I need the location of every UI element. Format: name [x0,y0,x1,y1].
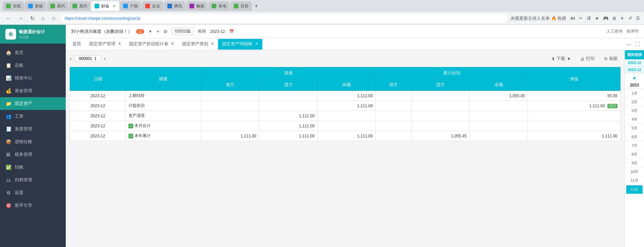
browser-tab-qiye[interactable]: 企业 [142,1,163,11]
row0-orig-debit [201,91,259,101]
tab-favicon-muqian [234,4,238,8]
refresh-label: 刷新 [609,56,618,62]
sidebar-item-report[interactable]: 📊 报表中心 [0,72,66,84]
company-dropdown[interactable]: ▼ [148,29,152,34]
tab-close-depreciation-stat[interactable]: ✕ [171,42,174,46]
sidebar-item-ledger[interactable]: 📋 总账 [0,59,66,72]
prev-record-button[interactable]: ‹ [70,56,71,62]
month-9-label: 9月 [632,161,637,165]
browser-tab-changjie[interactable]: 畅捷 [186,1,208,11]
refresh-icon: ↻ [604,56,608,61]
tab-fixed-asset-mgmt[interactable]: 固定资产管理 ✕ [85,39,125,50]
download-dropdown-icon: ▼ [567,56,571,61]
period-month-4[interactable]: 4月 [625,115,644,124]
tab-asset-detail-ledger[interactable]: 固定资产明细账 ✕ [218,39,262,50]
forward-button[interactable]: → [16,15,25,22]
browser-tab-new[interactable]: 新版 [25,1,46,11]
sidebar-item-home[interactable]: 🏠 首页 [0,46,66,59]
tab-label-new: 新版 [35,3,43,9]
tab-label-haohui: 好会 [101,3,109,9]
browser-tab-haohui[interactable]: 好会 ✕ [91,1,119,11]
sidebar-item-settings[interactable]: ⚙ 设置 [0,186,66,199]
period-month-3[interactable]: 3月 [625,107,644,115]
header-right: 人工咨询 徐译华 [606,28,639,34]
browser-tab-online[interactable]: 在线 [3,1,24,11]
period-up-button[interactable]: ▲ [625,73,644,81]
sidebar-logo: 会 畅捷通好会计 专业版 [0,25,66,44]
tab-home[interactable]: 首页 [68,39,85,50]
browser-tab-gedi[interactable]: 各地 [208,1,230,11]
game-icon: 🎮 [603,16,608,21]
period-month-12[interactable]: 12月 [626,185,643,194]
row4-orig-debit: 1,111.00 [201,131,259,141]
period-month-8[interactable]: 8月 [625,150,644,159]
version-switch-button[interactable]: 切到旧版 [172,27,194,35]
refresh-button[interactable]: ↻ 刷新 [601,54,621,63]
browser-tab-yidai2[interactable]: 易代 [69,1,91,11]
tab-close-fixed-asset-mgmt[interactable]: ✕ [118,42,121,46]
maximize-button[interactable]: ⛶ [634,41,641,48]
sidebar-item-payroll[interactable]: 👥 工资 [0,110,66,123]
bookmark-button[interactable]: ☆ [49,14,58,22]
period-month-2[interactable]: 2月 [625,98,644,107]
tab-favicon-new [28,4,33,8]
row2-date: 2023-12 [70,111,126,121]
period-selected-year[interactable]: 2023.12 [625,59,644,66]
col-header-summary: 摘要 [126,67,201,91]
sidebar-label-payroll: 工资 [15,113,23,119]
period-month-9[interactable]: 9月 [625,159,644,168]
tab-asset-category[interactable]: 固定资产类别 ✕ [178,39,218,50]
period-current-year[interactable]: 2023.12 [625,66,644,73]
tab-close-haohui[interactable]: ✕ [113,4,116,8]
minimize-button[interactable]: — [625,41,633,48]
download-button[interactable]: ⬇ 下载 ▼ [549,54,574,63]
sidebar-item-tax[interactable]: 🏛 税务管理 [0,148,66,161]
calendar-icon[interactable]: 📅 [229,29,234,34]
reload-button[interactable]: ↻ [28,14,37,22]
period-month-1[interactable]: 1月 [625,89,644,98]
home-button[interactable]: ⌂ [39,15,47,22]
tab-favicon-yidai1 [50,4,55,8]
sidebar-item-close-period[interactable]: ✅ 结账 [0,161,66,174]
browser-tab-geshui[interactable]: 个税 [120,1,141,11]
next-record-button[interactable]: › [104,56,105,62]
period-month-6[interactable]: 6月 [625,133,644,141]
year-badge: 2023 [607,104,618,108]
sidebar-label-ledger: 总账 [15,62,23,68]
browser-tab-tencent[interactable]: 腾讯 [164,1,185,11]
sidebar-item-archive[interactable]: 🗂 归档管理 [0,174,66,186]
period-month-11[interactable]: 11月 [625,176,644,185]
tab-close-asset-category[interactable]: ✕ [211,42,214,46]
menu-icon[interactable]: ☰ [636,16,640,21]
sidebar-item-purchase-sales[interactable]: 📦 进销台账 [0,135,66,148]
row3-orig-balance [317,121,376,131]
sidebar-item-invoice[interactable]: 🧾 发票管理 [0,123,66,135]
record-number-input[interactable] [74,55,101,62]
address-input[interactable] [61,14,508,23]
print-button[interactable]: 🖨 打印 [578,54,597,63]
download-label: 下载 [556,56,565,62]
ledger-icon: 📋 [5,62,11,68]
sidebar-item-finance[interactable]: 💰 资金管理 [0,84,66,97]
add-account-button[interactable]: + [156,28,159,35]
browser-tab-yidai1[interactable]: 易代 [47,1,68,11]
period-month-7[interactable]: 7月 [625,141,644,150]
sidebar-item-fixed-assets[interactable]: 📁 固定资产 [0,97,66,110]
tab-close-asset-detail-ledger[interactable]: ✕ [255,42,258,46]
subheader-orig-balance: 余额 [317,79,376,91]
account-settings-button[interactable]: ⚙ [163,29,168,34]
service-label[interactable]: 人工咨询 [606,28,623,34]
sidebar-item-tutorial[interactable]: 🎯 新手引导 [0,199,66,212]
page-tabs: 首页 固定资产管理 ✕ 固定资产折旧统计表 ✕ 固定资产类别 ✕ 固定资产明细账… [66,38,644,50]
back-button[interactable]: ← [4,15,13,22]
tab-depreciation-stat[interactable]: 固定资产折旧统计表 ✕ [125,39,178,50]
user-label[interactable]: 徐译华 [627,28,639,34]
browser-tab-muqian[interactable]: 目前 [230,1,252,11]
col-header-original-value: 原值 [201,67,376,79]
period-month-10[interactable]: 10月 [625,168,644,176]
period-month-5[interactable]: 5月 [625,124,644,133]
month-10-label: 10月 [631,170,638,174]
new-tab-button[interactable]: + [253,3,260,10]
month-1-label: 1月 [632,91,637,95]
at-label: At [570,16,575,21]
